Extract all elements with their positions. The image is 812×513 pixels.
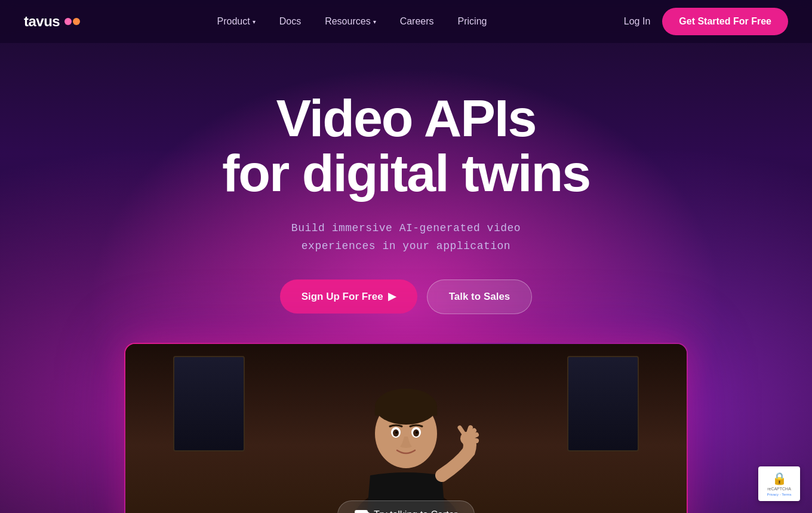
nav-link-docs[interactable]: Docs xyxy=(279,16,301,27)
recaptcha-icon: 🔒 xyxy=(772,471,787,486)
hero-subtitle: Build immersive AI-generated video exper… xyxy=(291,219,521,256)
nav-item-resources[interactable]: Resources ▾ xyxy=(325,16,376,27)
svg-point-8 xyxy=(395,431,398,434)
video-container: Try talking to Carter xyxy=(125,344,687,513)
room-window-right xyxy=(567,356,639,451)
nav-item-pricing[interactable]: Pricing xyxy=(458,16,487,27)
video-camera-icon xyxy=(355,510,368,513)
logo-dot-pink xyxy=(64,18,72,25)
nav-link-careers[interactable]: Careers xyxy=(400,16,434,27)
nav-right: Log In Get Started For Free xyxy=(624,8,788,35)
recaptcha-links[interactable]: Privacy - Terms xyxy=(767,493,791,496)
room-window-left xyxy=(173,356,245,451)
nav-links: Product ▾ Docs Resources ▾ Careers Prici… xyxy=(217,16,487,27)
recaptcha-text: reCAPTCHA xyxy=(767,487,791,492)
nav-link-pricing[interactable]: Pricing xyxy=(458,16,487,27)
nav-item-careers[interactable]: Careers xyxy=(400,16,434,27)
nav-item-docs[interactable]: Docs xyxy=(279,16,301,27)
nav-link-product[interactable]: Product ▾ xyxy=(217,16,256,27)
chevron-down-icon: ▾ xyxy=(253,19,256,25)
video-frame: Try talking to Carter xyxy=(125,344,687,513)
hero-title: Video APIs for digital twins xyxy=(222,91,590,201)
svg-point-9 xyxy=(416,431,418,434)
chevron-down-icon-resources: ▾ xyxy=(373,19,376,25)
logo-text: tavus xyxy=(24,13,60,30)
nav-item-product[interactable]: Product ▾ xyxy=(217,16,256,27)
logo[interactable]: tavus xyxy=(24,13,80,30)
try-talking-overlay[interactable]: Try talking to Carter xyxy=(337,500,475,513)
hero-title-line1: Video APIs xyxy=(276,88,536,148)
login-button[interactable]: Log In xyxy=(624,16,650,27)
logo-icon xyxy=(64,18,80,25)
nav-link-resources[interactable]: Resources ▾ xyxy=(325,16,376,27)
recaptcha-badge: 🔒 reCAPTCHA Privacy - Terms xyxy=(758,466,800,501)
get-started-button[interactable]: Get Started For Free xyxy=(662,8,788,35)
try-talking-text: Try talking to Carter xyxy=(374,509,457,513)
video-wrapper: Try talking to Carter xyxy=(125,344,687,513)
talk-to-sales-button[interactable]: Talk to Sales xyxy=(427,279,533,314)
navbar: tavus Product ▾ Docs Resources ▾ Care xyxy=(0,0,812,43)
hero-title-line2: for digital twins xyxy=(222,143,590,202)
hero-buttons: Sign Up For Free ▶ Talk to Sales xyxy=(280,279,533,314)
hero-subtitle-line2: experiences in your application xyxy=(302,240,510,252)
hero-section: Video APIs for digital twins Build immer… xyxy=(0,43,812,513)
hero-subtitle-line1: Build immersive AI-generated video xyxy=(291,222,521,234)
signup-button[interactable]: Sign Up For Free ▶ xyxy=(280,279,417,314)
logo-dot-orange xyxy=(73,18,80,25)
carter-figure xyxy=(310,356,502,513)
